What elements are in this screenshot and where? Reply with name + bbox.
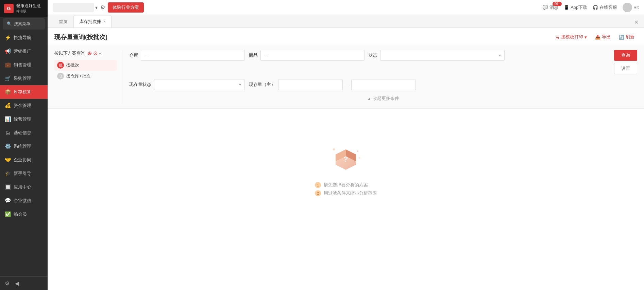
sidebar-item-label: 营销推广 [14,48,31,54]
tip-text-1: 请先选择要分析的方案 [324,182,368,188]
trial-button[interactable]: 体验行业方案 [108,2,144,13]
app-center-icon: 🔲 [5,184,11,190]
filter-plan-label: 按以下方案查询 [54,50,85,56]
svg-point-4 [333,148,335,150]
online-service-label: 在线客服 [599,4,617,11]
online-service-button[interactable]: 🎧 在线客服 [593,4,617,11]
sales-icon: 💼 [5,62,11,68]
warehouse-placeholder: ··· [145,53,150,58]
topbar: ▾ ⚙ 体验行业方案 💬 消息 99+ 📱 App下载 🎧 在线客服 Rit [48,0,644,15]
plan-item-by-warehouse-batch[interactable]: 仓 按仓库+批次 [54,71,117,81]
product-filter-input[interactable]: ··· [260,50,365,61]
search-menu-label: 搜索菜单 [14,21,30,27]
sidebar-item-basics[interactable]: 🗂 基础信息 [0,126,48,140]
enterprise-icon: 🤝 [5,157,11,163]
app-download-label: App下载 [571,4,587,11]
messages-badge: 99+ [553,2,562,6]
page-header: 现存量查询(按批次) 🖨 按模板打印 ▾ 📤 导出 🔄 刷新 [48,28,644,45]
sidebar-item-system[interactable]: ⚙️ 系统管理 [0,140,48,153]
sidebar-item-vip[interactable]: ✅ 畅会员 [0,207,48,221]
print-icon: 🖨 [555,35,560,40]
print-dropdown-icon[interactable]: ▾ [584,35,587,40]
filter-area: 按以下方案查询 ⊕ ⊙ « 批 按批次 仓 按仓库+批次 [48,45,644,109]
svg-text:?: ? [343,155,348,163]
sidebar-item-wechat[interactable]: 💬 企业微信 [0,194,48,207]
stock-qty-min-input[interactable] [278,79,343,90]
refresh-icon: 🔄 [619,35,624,40]
sidebar-item-label: 企业协同 [14,157,31,163]
search-menu-button[interactable]: 🔍 搜索菜单 [3,18,45,30]
wechat-icon: 💬 [5,198,11,204]
sidebar-item-purchase[interactable]: 🛒 采购管理 [0,72,48,85]
empty-svg: ? [325,136,366,177]
plan-settings-icon[interactable]: ⊙ [93,50,98,56]
stock-qty-max-input[interactable] [351,79,416,90]
export-icon: 📤 [595,35,600,40]
sidebar-item-marketing[interactable]: 📢 营销推广 [0,44,48,58]
sidebar-item-label: 系统管理 [14,143,31,149]
message-icon: 💬 [543,5,548,10]
messages-button[interactable]: 💬 消息 99+ [543,4,558,11]
tab-inventory-batch[interactable]: 库存批次账 × [73,16,112,28]
query-button[interactable]: 查询 [614,50,637,61]
stock-qty-range: — [278,79,416,90]
sidebar-footer: ⚙ ◀ [0,276,48,290]
status-filter-select[interactable]: ▾ [380,50,505,61]
tip-text-2: 用过滤条件来缩小分析范围 [324,190,377,196]
filter-warehouse: 仓库 ··· [129,50,245,61]
collapse-plan-icon[interactable]: « [99,51,102,56]
plan-batch-icon: 批 [57,62,64,69]
sidebar-item-label: 新手引导 [14,170,31,177]
tab-close-icon[interactable]: × [103,19,106,24]
export-label: 导出 [602,34,611,40]
user-profile-button[interactable]: Rit [623,3,639,12]
settings-button[interactable]: 设置 [614,63,637,74]
sidebar-nav: ⚡ 快捷导航 📢 营销推广 💼 销售管理 🛒 采购管理 📦 库存核算 💰 资金管… [0,31,48,276]
sidebar: G 畅康通好生意 标准版 🔍 搜索菜单 ⚡ 快捷导航 📢 营销推广 💼 销售管理… [0,0,48,290]
refresh-button[interactable]: 🔄 刷新 [616,33,637,41]
sidebar-item-inventory[interactable]: 📦 库存核算 [0,85,48,99]
collapse-sidebar-icon[interactable]: ◀ [15,280,19,287]
add-plan-icon[interactable]: ⊕ [87,50,92,56]
filter-product: 商品 ··· [249,50,365,61]
plan-warehouse-label: 按仓库+批次 [66,73,91,79]
sidebar-item-operations[interactable]: 📊 经营管理 [0,112,48,126]
print-template-button[interactable]: 🖨 按模板打印 ▾ [553,33,590,41]
topbar-dropdown-icon[interactable]: ▾ [95,5,98,10]
sidebar-item-enterprise[interactable]: 🤝 企业协同 [0,153,48,167]
plan-item-by-batch[interactable]: 批 按批次 [54,60,117,71]
empty-tip-1: 1 请先选择要分析的方案 [315,182,377,188]
sidebar-item-label: 畅会员 [14,211,27,217]
sidebar-item-new-guide[interactable]: 🎓 新手引导 [0,167,48,180]
plan-warehouse-icon: 仓 [57,73,64,79]
sidebar-item-finance[interactable]: 💰 资金管理 [0,99,48,112]
app-download-button[interactable]: 📱 App下载 [564,4,587,11]
topbar-gear-icon[interactable]: ⚙ [100,4,105,11]
plan-batch-label: 按批次 [66,62,79,68]
purchase-icon: 🛒 [5,75,11,81]
main-content: ▾ ⚙ 体验行业方案 💬 消息 99+ 📱 App下载 🎧 在线客服 Rit [48,0,644,290]
user-avatar [623,3,632,12]
tab-home-label: 首页 [59,19,68,25]
filter-plan-title: 按以下方案查询 ⊕ ⊙ « [54,50,117,56]
tabs-close-all-icon[interactable]: ✕ [634,19,639,28]
settings-footer-icon[interactable]: ⚙ [5,280,10,287]
empty-tips: 1 请先选择要分析的方案 2 用过滤条件来缩小分析范围 [315,182,377,196]
app-title-block: 畅康通好生意 标准版 [16,3,41,14]
topbar-left: ▾ ⚙ 体验行业方案 [53,2,539,13]
sidebar-item-quick-nav[interactable]: ⚡ 快捷导航 [0,31,48,44]
logo-letter: G [7,6,11,11]
product-filter-label: 商品 [249,52,258,58]
tab-home[interactable]: 首页 [53,16,73,28]
sidebar-item-label: 应用中心 [14,184,31,190]
sidebar-item-sales[interactable]: 💼 销售管理 [0,58,48,72]
tip-num-1: 1 [315,182,321,188]
topbar-search-box[interactable] [53,3,94,12]
filter-inputs-panel: 仓库 ··· 商品 ··· [122,50,637,104]
sidebar-item-app-center[interactable]: 🔲 应用中心 [0,180,48,194]
collapse-more-button[interactable]: ▲ 收起更多条件 [129,93,637,104]
warehouse-filter-input[interactable]: ··· [141,50,245,61]
stock-status-select[interactable]: ▾ [154,79,245,90]
export-button[interactable]: 📤 导出 [592,33,613,41]
warehouse-filter-label: 仓库 [129,52,138,58]
